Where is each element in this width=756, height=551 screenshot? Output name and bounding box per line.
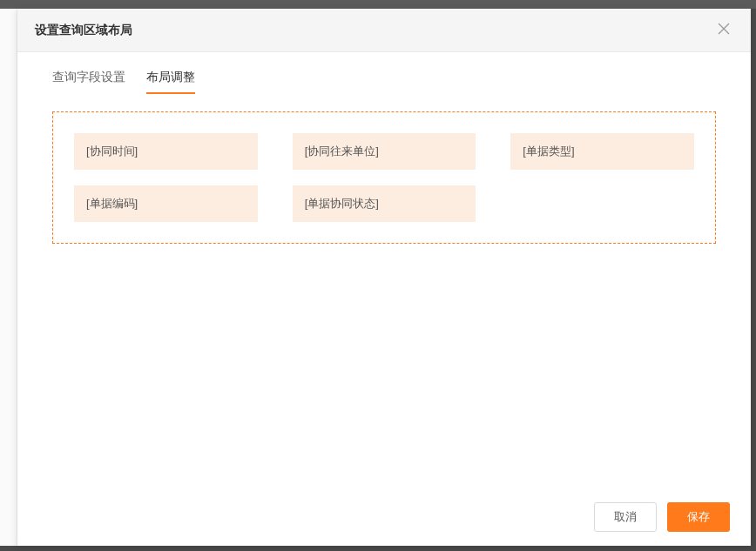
field-label: [单据编码] [86, 197, 138, 210]
field-item-collab-time[interactable]: [协同时间] [74, 133, 258, 170]
field-label: [协同往来单位] [305, 144, 379, 158]
layout-settings-modal: 设置查询区域布局 查询字段设置 布局调整 [协同时间] [协同往来单位] [17, 9, 751, 546]
tab-layout-adjust[interactable]: 布局调整 [146, 70, 195, 94]
field-item-doc-collab-status[interactable]: [单据协同状态] [293, 185, 476, 222]
modal-body: 查询字段设置 布局调整 [协同时间] [协同往来单位] [单据类型] [单据编码… [17, 52, 751, 488]
tabs-container: 查询字段设置 布局调整 [52, 70, 716, 94]
background-top-bar [0, 0, 756, 9]
field-item-doc-code[interactable]: [单据编码] [74, 185, 258, 222]
background-left-panel [0, 9, 17, 546]
layout-drop-area[interactable]: [协同时间] [协同往来单位] [单据类型] [单据编码] [单据协同状态] [52, 111, 716, 244]
field-label: [单据协同状态] [305, 197, 379, 210]
modal-footer: 取消 保存 [17, 488, 751, 546]
tab-query-field-settings[interactable]: 查询字段设置 [52, 70, 125, 94]
field-item-doc-type[interactable]: [单据类型] [510, 133, 694, 170]
modal-header: 设置查询区域布局 [17, 9, 751, 52]
field-label: [单据类型] [523, 144, 574, 158]
close-icon [718, 23, 730, 35]
cancel-button[interactable]: 取消 [594, 502, 657, 532]
field-item-collab-unit[interactable]: [协同往来单位] [293, 133, 476, 170]
field-label: [协同时间] [86, 144, 138, 158]
modal-title: 设置查询区域布局 [35, 23, 132, 38]
save-button[interactable]: 保存 [667, 502, 730, 532]
layout-grid: [协同时间] [协同往来单位] [单据类型] [单据编码] [单据协同状态] [74, 133, 694, 222]
close-button[interactable] [714, 19, 733, 41]
